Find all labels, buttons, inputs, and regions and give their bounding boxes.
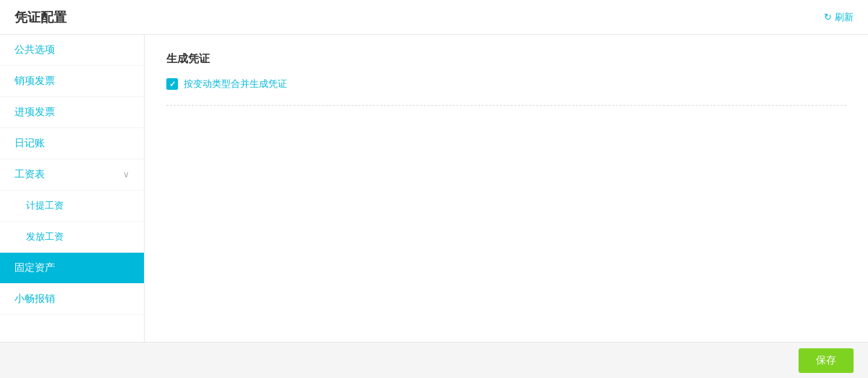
sidebar-item-label: 工资表 xyxy=(14,168,45,181)
checkbox-label[interactable]: 按变动类型合并生成凭证 xyxy=(184,77,287,91)
sidebar-item-label: 小畅报销 xyxy=(14,293,55,306)
section-divider xyxy=(166,105,846,106)
sidebar-item-accrued-wages[interactable]: 计提工资 xyxy=(0,190,144,222)
sidebar-item-label: 固定资产 xyxy=(14,261,55,274)
sidebar-item-public-options[interactable]: 公共选项 xyxy=(0,35,144,66)
sidebar-item-payroll-table[interactable]: 工资表∨ xyxy=(0,159,144,190)
sidebar-item-label: 日记账 xyxy=(14,137,45,150)
sidebar-item-label: 计提工资 xyxy=(26,199,64,212)
sidebar: 公共选项销项发票进项发票日记账工资表∨计提工资发放工资固定资产小畅报销 xyxy=(0,35,145,342)
sidebar-item-expense-reimbursement[interactable]: 小畅报销 xyxy=(0,284,144,315)
content-area: 公共选项销项发票进项发票日记账工资表∨计提工资发放工资固定资产小畅报销 生成凭证… xyxy=(0,35,868,342)
merge-checkbox[interactable]: ✓ xyxy=(166,78,178,90)
checkbox-row: ✓ 按变动类型合并生成凭证 xyxy=(166,77,846,91)
sidebar-item-label: 公共选项 xyxy=(14,43,55,56)
refresh-label: 刷新 xyxy=(835,11,854,24)
sidebar-item-label: 进项发票 xyxy=(14,106,55,119)
refresh-icon: ↻ xyxy=(824,12,832,22)
page-wrapper: 凭证配置 ↻ 刷新 公共选项销项发票进项发票日记账工资表∨计提工资发放工资固定资… xyxy=(0,0,868,378)
sidebar-item-purchase-invoice[interactable]: 进项发票 xyxy=(0,97,144,128)
sidebar-item-sales-invoice[interactable]: 销项发票 xyxy=(0,66,144,97)
sidebar-item-label: 销项发票 xyxy=(14,75,55,88)
save-button[interactable]: 保存 xyxy=(799,348,854,373)
sidebar-item-pay-wages[interactable]: 发放工资 xyxy=(0,222,144,253)
page-title: 凭证配置 xyxy=(14,9,67,26)
main-content: 生成凭证 ✓ 按变动类型合并生成凭证 xyxy=(145,35,868,342)
section-title: 生成凭证 xyxy=(166,52,846,66)
sidebar-item-label: 发放工资 xyxy=(26,230,64,243)
page-footer: 保存 xyxy=(0,342,868,378)
refresh-button[interactable]: ↻ 刷新 xyxy=(824,11,854,24)
sidebar-item-fixed-assets[interactable]: 固定资产 xyxy=(0,253,144,284)
page-header: 凭证配置 ↻ 刷新 xyxy=(0,0,868,35)
sidebar-item-journal[interactable]: 日记账 xyxy=(0,128,144,159)
chevron-down-icon: ∨ xyxy=(123,169,129,180)
check-icon: ✓ xyxy=(169,80,176,88)
